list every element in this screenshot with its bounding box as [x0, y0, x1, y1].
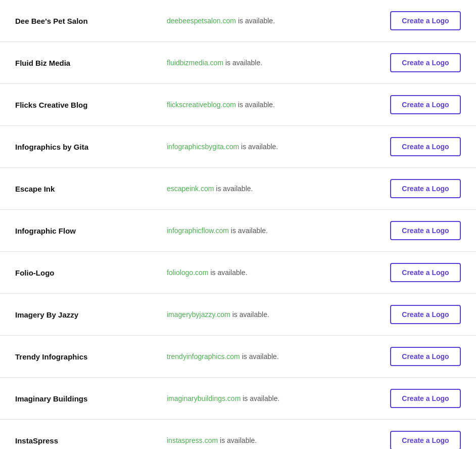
domain-link[interactable]: infographicflow.com — [167, 227, 229, 235]
domain-available-text: is available. — [236, 17, 275, 25]
create-logo-button[interactable]: Create a Logo — [390, 137, 461, 156]
create-logo-button[interactable]: Create a Logo — [390, 95, 461, 114]
business-name: Trendy Infographics — [15, 352, 157, 361]
list-item: Flicks Creative Blogflickscreativeblog.c… — [0, 84, 476, 126]
create-logo-button[interactable]: Create a Logo — [390, 179, 461, 198]
create-logo-button[interactable]: Create a Logo — [390, 263, 461, 282]
business-name: InstaSpress — [15, 436, 157, 445]
domain-info: flickscreativeblog.com is available. — [157, 101, 390, 109]
create-logo-button[interactable]: Create a Logo — [390, 431, 461, 449]
domain-available-text: is available. — [218, 436, 257, 444]
domain-info: fluidbizmedia.com is available. — [157, 59, 390, 67]
domain-info: escapeink.com is available. — [157, 185, 390, 193]
domain-available-text: is available. — [241, 394, 279, 402]
domain-link[interactable]: trendyinfographics.com — [167, 352, 240, 361]
domain-link[interactable]: imaginarybuildings.com — [167, 394, 241, 402]
domain-info: imagerybyjazzy.com is available. — [157, 310, 390, 319]
domain-available-text: is available. — [214, 185, 253, 193]
domain-info: foliologo.com is available. — [157, 268, 390, 277]
domain-info: imaginarybuildings.com is available. — [157, 394, 390, 402]
domain-info: deebeespetsalon.com is available. — [157, 17, 390, 25]
list-item: Escape Inkescapeink.com is available.Cre… — [0, 168, 476, 210]
domain-link[interactable]: infographicsbygita.com — [167, 143, 239, 151]
list-item: Folio-Logofoliologo.com is available.Cre… — [0, 252, 476, 294]
business-list: Dee Bee's Pet Salondeebeespetsalon.com i… — [0, 0, 476, 449]
domain-info: instaspress.com is available. — [157, 436, 390, 444]
domain-available-text: is available. — [209, 268, 248, 277]
business-name: Infographics by Gita — [15, 143, 157, 151]
business-name: Folio-Logo — [15, 268, 157, 277]
list-item: Infographic Flowinfographicflow.com is a… — [0, 210, 476, 252]
create-logo-button[interactable]: Create a Logo — [390, 347, 461, 366]
create-logo-button[interactable]: Create a Logo — [390, 53, 461, 72]
list-item: Fluid Biz Mediafluidbizmedia.com is avai… — [0, 42, 476, 84]
business-name: Infographic Flow — [15, 227, 157, 235]
domain-available-text: is available. — [240, 352, 279, 361]
domain-link[interactable]: instaspress.com — [167, 436, 218, 444]
create-logo-button[interactable]: Create a Logo — [390, 221, 461, 240]
domain-link[interactable]: foliologo.com — [167, 268, 209, 277]
domain-available-text: is available. — [230, 310, 269, 319]
business-name: Imaginary Buildings — [15, 394, 157, 403]
business-name: Flicks Creative Blog — [15, 101, 157, 109]
list-item: Trendy Infographicstrendyinfographics.co… — [0, 336, 476, 378]
business-name: Imagery By Jazzy — [15, 310, 157, 319]
create-logo-button[interactable]: Create a Logo — [390, 305, 461, 324]
domain-link[interactable]: flickscreativeblog.com — [167, 101, 236, 109]
domain-available-text: is available. — [239, 143, 278, 151]
domain-available-text: is available. — [229, 227, 268, 235]
business-name: Escape Ink — [15, 185, 157, 193]
domain-link[interactable]: deebeespetsalon.com — [167, 17, 236, 25]
domain-info: infographicflow.com is available. — [157, 227, 390, 235]
domain-info: trendyinfographics.com is available. — [157, 352, 390, 361]
domain-available-text: is available. — [236, 101, 275, 109]
domain-link[interactable]: imagerybyjazzy.com — [167, 310, 230, 319]
domain-link[interactable]: fluidbizmedia.com — [167, 59, 223, 67]
domain-link[interactable]: escapeink.com — [167, 185, 214, 193]
list-item: Imagery By Jazzyimagerybyjazzy.com is av… — [0, 294, 476, 336]
business-name: Dee Bee's Pet Salon — [15, 17, 157, 25]
create-logo-button[interactable]: Create a Logo — [390, 389, 461, 408]
domain-available-text: is available. — [223, 59, 262, 67]
list-item: InstaSpressinstaspress.com is available.… — [0, 420, 476, 449]
list-item: Dee Bee's Pet Salondeebeespetsalon.com i… — [0, 0, 476, 42]
create-logo-button[interactable]: Create a Logo — [390, 11, 461, 30]
business-name: Fluid Biz Media — [15, 59, 157, 67]
list-item: Infographics by Gitainfographicsbygita.c… — [0, 126, 476, 168]
domain-info: infographicsbygita.com is available. — [157, 143, 390, 151]
list-item: Imaginary Buildingsimaginarybuildings.co… — [0, 378, 476, 420]
